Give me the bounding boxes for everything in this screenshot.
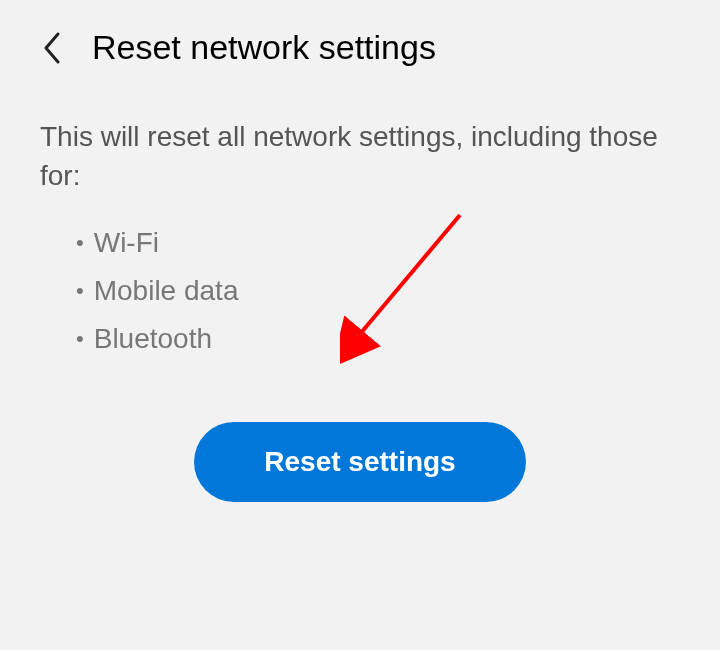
reset-settings-button[interactable]: Reset settings <box>194 422 525 502</box>
page-title: Reset network settings <box>92 28 436 67</box>
description-text: This will reset all network settings, in… <box>40 117 680 195</box>
header: Reset network settings <box>0 0 720 87</box>
bullet-dot-icon: • <box>76 272 84 309</box>
button-container: Reset settings <box>40 422 680 502</box>
bullet-dot-icon: • <box>76 224 84 261</box>
list-item: • Wi-Fi <box>76 219 680 267</box>
list-item: • Mobile data <box>76 267 680 315</box>
list-item-label: Bluetooth <box>94 315 212 363</box>
list-item: • Bluetooth <box>76 315 680 363</box>
bullet-dot-icon: • <box>76 320 84 357</box>
bullet-list: • Wi-Fi • Mobile data • Bluetooth <box>40 219 680 362</box>
content: This will reset all network settings, in… <box>0 87 720 502</box>
list-item-label: Mobile data <box>94 267 239 315</box>
back-button[interactable] <box>40 30 64 66</box>
back-icon <box>40 30 64 66</box>
list-item-label: Wi-Fi <box>94 219 159 267</box>
